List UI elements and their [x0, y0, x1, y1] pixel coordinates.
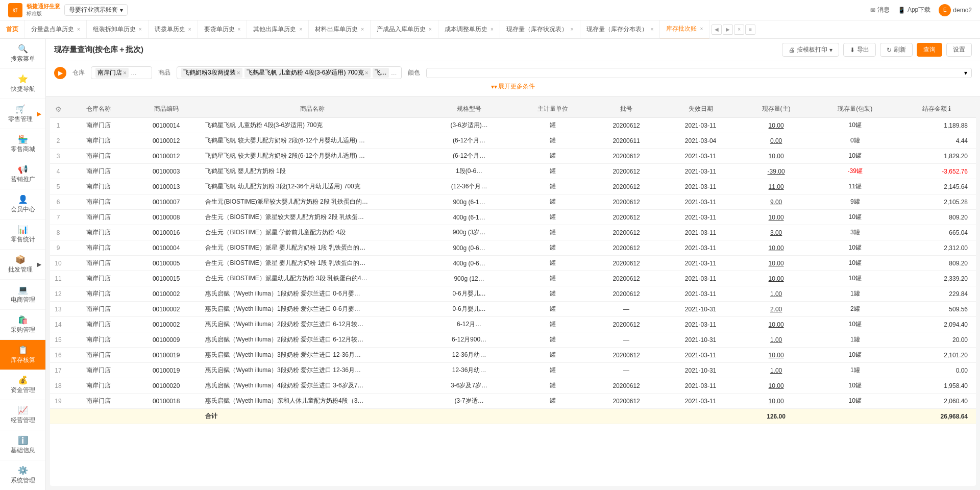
cell-qty-main[interactable]: 10.00	[740, 348, 813, 363]
sidebar-item-label: 采购管理	[2, 326, 43, 334]
sidebar-item-system[interactable]: ⚙️ 系统管理	[0, 460, 45, 490]
refresh-button[interactable]: ↻ 刷新	[880, 43, 913, 57]
settings-icon[interactable]: ⚙	[55, 105, 62, 113]
cell-qty-main[interactable]: 3.00	[740, 225, 813, 240]
sidebar-item-purchase[interactable]: 🛍️ 采购管理	[0, 310, 45, 340]
cell-qty-pack: 1罐	[813, 332, 898, 348]
remove-product-tag-1[interactable]: ×	[237, 69, 240, 77]
cell-qty-main[interactable]: 2.00	[740, 302, 813, 317]
tab-chanchengpinruku[interactable]: 产成品入库单历史 ×	[371, 20, 438, 39]
cell-qty-main[interactable]: 10.00	[740, 149, 813, 164]
close-icon[interactable]: ×	[700, 26, 703, 32]
close-icon[interactable]: ×	[238, 27, 241, 32]
cell-qty-main[interactable]: 0.00	[740, 133, 813, 149]
tab-kucun-batch[interactable]: 库存批次账 ×	[660, 20, 709, 39]
close-icon[interactable]: ×	[299, 27, 302, 32]
app-download-button[interactable]: 📱 App下载	[898, 6, 930, 14]
nav-prev-arrow[interactable]: ◀	[712, 24, 722, 35]
close-icon[interactable]: ×	[188, 27, 191, 32]
close-icon[interactable]: ×	[571, 27, 574, 32]
sidebar-item-label: 基础信息	[2, 446, 43, 455]
remove-product-tag-2[interactable]: ×	[365, 69, 369, 77]
tab-cailiaochuku[interactable]: 材料出库单历史 ×	[309, 20, 371, 39]
sidebar-item-ecommerce[interactable]: 💻 电商管理	[0, 280, 45, 310]
cell-qty-main[interactable]: 10.00	[740, 210, 813, 225]
cell-qty-main[interactable]: 10.00	[740, 271, 813, 286]
cell-qty-main[interactable]: 11.00	[740, 179, 813, 194]
cell-qty-main[interactable]: 10.00	[740, 394, 813, 409]
user-menu[interactable]: E demo2	[939, 4, 972, 16]
query-button[interactable]: 查询	[917, 43, 942, 57]
col-settings[interactable]: ⚙	[50, 101, 66, 118]
filter-dots[interactable]: …	[131, 69, 137, 77]
cell-qty-main[interactable]: 9.00	[740, 194, 813, 210]
account-selector[interactable]: 母婴行业演示账套 ▾	[64, 4, 128, 16]
sidebar-item-inventory[interactable]: 📋 库存核算	[0, 340, 45, 370]
close-icon[interactable]: ×	[429, 27, 432, 32]
table-row: 11南岸门店00100015合生元（BIOSTIME）派星幼儿配方奶粉 3段 乳…	[50, 271, 976, 286]
sidebar-item-member[interactable]: 👤 会员中心	[0, 189, 45, 219]
sidebar-item-basicinfo[interactable]: ℹ️ 基础信息	[0, 430, 45, 460]
cell-qty-main[interactable]: 10.00	[740, 240, 813, 256]
cell-code: 00100012	[131, 133, 202, 149]
cell-qty-main[interactable]: 10.00	[740, 118, 813, 133]
tab-xiancunliang-status[interactable]: 现存量（库存状况表）×	[500, 20, 580, 39]
cell-qty-main[interactable]: 1.00	[740, 363, 813, 378]
nav-close-arrow[interactable]: ×	[734, 24, 744, 35]
cell-balance: 2,339.20	[897, 271, 976, 286]
messages-button[interactable]: ✉ 消息	[870, 6, 890, 14]
sidebar-item-retail-shop[interactable]: 🏪 零售商城	[0, 129, 45, 159]
sidebar-item-label: 搜索菜单	[2, 55, 43, 63]
cell-qty-main[interactable]: 10.00	[740, 378, 813, 394]
sidebar-item-wholesale[interactable]: 📦 批发管理 ▶	[0, 250, 45, 280]
sidebar-item-search[interactable]: 🔍 搜索菜单	[0, 39, 45, 69]
product-filter-input[interactable]: 飞鹤奶粉3段两提装 × 飞鹤星飞帆 儿童奶粉 4段(3-6岁适用) 700克 ×…	[177, 66, 402, 79]
cell-qty-pack: 10罐	[813, 271, 898, 286]
nav-next-arrow[interactable]: ▶	[723, 24, 733, 35]
cell-qty-main[interactable]: 10.00	[740, 256, 813, 271]
cell-qty-main[interactable]: -39.00	[740, 164, 813, 179]
logo-icon: 好	[8, 3, 22, 17]
close-icon[interactable]: ×	[491, 27, 494, 32]
cell-qty-main[interactable]: 1.00	[740, 286, 813, 302]
sidebar-item-retail-mgmt[interactable]: 🛒 零售管理 ▶	[0, 99, 45, 129]
tab-zuzhuangchaichu[interactable]: 组装拆卸单历史 ×	[87, 20, 149, 39]
close-icon[interactable]: ×	[77, 27, 80, 32]
warehouse-filter-input[interactable]: 南岸门店 × …	[91, 66, 152, 79]
template-print-button[interactable]: 🖨 按模板打印 ▾	[782, 43, 839, 57]
remove-warehouse-tag[interactable]: ×	[123, 69, 127, 77]
tab-yaohuo[interactable]: 要货单历史 ×	[198, 20, 248, 39]
cell-name: 惠氏启赋（Wyeth illuma）2段奶粉 爱尔兰进口 6-12月较…	[201, 317, 424, 332]
cell-qty-main[interactable]: 1.00	[740, 332, 813, 348]
tab-chengbenhistory[interactable]: 成本调整单历史 ×	[438, 20, 500, 39]
filter-dots-product[interactable]: …	[391, 69, 397, 77]
page-title: 现存量查询(按仓库＋批次)	[54, 45, 143, 55]
sidebar-item-label: 系统管理	[2, 476, 43, 485]
table-row: 10南岸门店00100005合生元（BIOSTIME）派星 婴儿配方奶粉 1段 …	[50, 256, 976, 271]
tab-home[interactable]: 首页	[0, 20, 25, 39]
sidebar-item-label: 电商管理	[2, 296, 43, 304]
expand-conditions-button[interactable]: ▾▾ 展开更多条件	[491, 82, 535, 91]
sidebar-item-marketing[interactable]: 📢 营销推广	[0, 159, 45, 189]
sidebar-item-quicknav[interactable]: ⭐ 快捷导航	[0, 69, 45, 99]
tab-xiancunliang-dist[interactable]: 现存量（库存分布表）×	[580, 20, 660, 39]
tab-qitachuku[interactable]: 其他出库单历史 ×	[247, 20, 309, 39]
sidebar-item-finance[interactable]: 💰 资金管理	[0, 370, 45, 400]
color-filter-input[interactable]: ▾	[426, 68, 972, 78]
cell-qty-main[interactable]: 10.00	[740, 317, 813, 332]
expand-left-button[interactable]: ▶	[54, 67, 66, 79]
sidebar-item-retail-stats[interactable]: 📊 零售统计	[0, 219, 45, 250]
cell-warehouse: 南岸门店	[66, 302, 131, 317]
tab-diaobodanhistory[interactable]: 调拨单历史 ×	[149, 20, 198, 39]
message-icon: ✉	[870, 7, 875, 14]
cell-batch: 20200612	[591, 378, 662, 394]
settings-button[interactable]: 设置	[946, 43, 972, 57]
close-icon[interactable]: ×	[361, 27, 364, 32]
cell-batch: 20200612	[591, 164, 662, 179]
nav-menu-arrow[interactable]: ≡	[745, 24, 755, 35]
close-icon[interactable]: ×	[651, 27, 654, 32]
sidebar-item-operations[interactable]: 📈 经营管理	[0, 400, 45, 430]
tab-fenliangpandian[interactable]: 分量盘点单历史 ×	[25, 20, 87, 39]
export-button[interactable]: ⬇ 导出	[843, 43, 876, 57]
close-icon[interactable]: ×	[139, 27, 142, 32]
